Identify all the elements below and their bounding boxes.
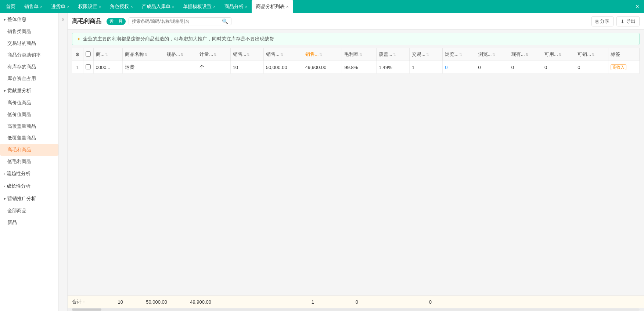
sidebar-collapse-button[interactable]: «: [59, 13, 68, 311]
close-template-settings[interactable]: ×: [213, 4, 215, 9]
col-checkbox: [83, 48, 93, 61]
nav-sales-order[interactable]: 销售单 ×: [20, 0, 47, 13]
nav-home[interactable]: 首页: [1, 0, 20, 13]
cell-available: 0: [542, 61, 575, 74]
collapse-icon: «: [62, 16, 65, 22]
nav-product-inbound[interactable]: 产成品入库单 ×: [137, 0, 179, 13]
sidebar-item-capital-usage[interactable]: 库存资金占用: [0, 73, 58, 84]
share-icon: ⎘: [596, 19, 598, 24]
col-settings[interactable]: ⚙: [72, 48, 83, 61]
col-coverage[interactable]: 覆盖...⇅: [376, 48, 409, 61]
col-spec[interactable]: 规格...⇅: [164, 48, 197, 61]
nav-permission-settings[interactable]: 权限设置 ×: [74, 0, 105, 13]
select-all-checkbox[interactable]: [86, 51, 91, 57]
browse1-link[interactable]: 0: [445, 65, 447, 70]
sidebar-item-new-goods[interactable]: 新品: [0, 217, 58, 228]
col-current[interactable]: 现有...⇅: [509, 48, 542, 61]
top-nav: 首页 销售单 × 进货单 × 权限设置 × 角色授权 × 产成品入库单 × 单据…: [0, 0, 644, 13]
close-product-inbound[interactable]: ×: [172, 4, 174, 9]
sidebar-group-marketing[interactable]: ▾ 营销推广分析: [0, 192, 58, 205]
sidebar-group-growth[interactable]: › 成长性分析: [0, 180, 58, 192]
footer-label: 合计：: [72, 299, 86, 305]
sidebar-item-category-rate[interactable]: 商品分类助销率: [0, 49, 58, 61]
cell-name: 运费: [123, 61, 164, 74]
col-sales1[interactable]: 销售...⇅: [230, 48, 263, 61]
sidebar-item-all-goods[interactable]: 全部商品: [0, 205, 58, 217]
cell-trade: 1: [410, 61, 443, 74]
sidebar-item-low-value[interactable]: 低价值商品: [0, 109, 58, 120]
close-product-analysis[interactable]: ×: [245, 4, 247, 9]
share-button[interactable]: ⎘ 分享: [591, 16, 614, 26]
sidebar-group-contribution[interactable]: ▾ 贡献量分析: [0, 84, 58, 97]
footer-trade: 1: [285, 299, 314, 305]
cell-spec: [164, 61, 197, 74]
col-margin[interactable]: 毛利率⇅: [342, 48, 376, 61]
table-header-row: ⚙ 商...⇅ 商品名称⇅ 规格...⇅ 计量...⇅ 销售...⇅ 销售...…: [72, 48, 640, 61]
col-sales3[interactable]: 销售...⇅: [303, 48, 342, 61]
col-tag: 标签: [608, 48, 640, 61]
nav-role-auth[interactable]: 角色授权 ×: [105, 0, 137, 13]
footer-sales1: 10: [101, 299, 123, 305]
col-browse1[interactable]: 浏览...⇅: [443, 48, 476, 61]
nav-product-analysis-list[interactable]: 商品分析列表 ×: [252, 0, 293, 13]
sidebar-group-overall[interactable]: ▾ 整体信息: [0, 13, 58, 26]
sidebar-item-in-stock[interactable]: 有库存的商品: [0, 61, 58, 73]
sidebar-item-high-value[interactable]: 高价值商品: [0, 97, 58, 109]
cell-index: 1: [72, 61, 83, 74]
scrollbar-thumb[interactable]: [72, 308, 101, 311]
cell-unit: 个: [197, 61, 230, 74]
search-input[interactable]: [132, 19, 222, 24]
sidebar-item-sales-goods[interactable]: 销售类商品: [0, 26, 58, 37]
cell-current: 0: [509, 61, 542, 74]
col-name[interactable]: 商品名称⇅: [123, 48, 164, 61]
scrollbar-track[interactable]: [72, 308, 640, 311]
search-box: 🔍: [129, 17, 231, 25]
arrow-overall: ▾: [4, 17, 6, 22]
close-permission-settings[interactable]: ×: [99, 4, 101, 9]
close-product-analysis-list[interactable]: ×: [286, 4, 288, 9]
close-purchase-order[interactable]: ×: [67, 4, 69, 9]
horizontal-scrollbar[interactable]: [68, 308, 644, 311]
sidebar-group-trend[interactable]: › 流趋性分析: [0, 167, 58, 180]
col-code[interactable]: 商...⇅: [93, 48, 123, 61]
main-container: ▾ 整体信息 销售类商品 交易过的商品 商品分类助销率 有库存的商品 库存资金占…: [0, 13, 644, 311]
nav-product-analysis[interactable]: 商品分析 ×: [220, 0, 252, 13]
sidebar-item-high-coverage[interactable]: 高覆盖量商品: [0, 120, 58, 132]
cell-sales3: 49,900.00: [303, 61, 342, 74]
cell-coverage: 1.49%: [376, 61, 409, 74]
col-available[interactable]: 可用...⇅: [542, 48, 575, 61]
sidebar: ▾ 整体信息 销售类商品 交易过的商品 商品分类助销率 有库存的商品 库存资金占…: [0, 13, 59, 311]
row-checkbox[interactable]: [86, 64, 91, 69]
table-container: ⚙ 商...⇅ 商品名称⇅ 规格...⇅ 计量...⇅ 销售...⇅ 销售...…: [68, 48, 644, 295]
col-sales2[interactable]: 销售...⇅: [263, 48, 303, 61]
sidebar-item-high-margin[interactable]: 高毛利商品: [0, 144, 58, 156]
arrow-contribution: ▾: [4, 88, 6, 93]
col-unit[interactable]: 计量...⇅: [197, 48, 230, 61]
time-filter-badge[interactable]: 近一月: [107, 18, 126, 25]
cell-code: 0000...: [93, 61, 123, 74]
sidebar-item-low-coverage[interactable]: 低覆盖量商品: [0, 132, 58, 144]
arrow-growth: ›: [4, 184, 5, 188]
col-sellable[interactable]: 可销...⇅: [575, 48, 608, 61]
close-sales-order[interactable]: ×: [40, 4, 42, 9]
export-icon: ⬇: [620, 19, 625, 24]
nav-purchase-order[interactable]: 进货单 ×: [47, 0, 73, 13]
data-table: ⚙ 商...⇅ 商品名称⇅ 规格...⇅ 计量...⇅ 销售...⇅ 销售...…: [72, 48, 640, 74]
table-row: 1 0000... 运费 个 10 50,000.00 49,900.00 99…: [72, 61, 640, 74]
info-icon: ✦: [77, 36, 81, 42]
sidebar-item-low-margin[interactable]: 低毛利商品: [0, 156, 58, 167]
page-title: 高毛利商品: [72, 18, 101, 25]
close-role-auth[interactable]: ×: [130, 4, 133, 9]
content-header: 高毛利商品 近一月 🔍 ⎘ 分享 ⬇ 导出: [68, 13, 644, 30]
export-button[interactable]: ⬇ 导出: [616, 16, 640, 26]
search-icon[interactable]: 🔍: [222, 18, 228, 24]
table-footer: 合计： 10 50,000.00 49,900.00 1 0 0: [68, 295, 644, 308]
cell-browse1[interactable]: 0: [443, 61, 476, 74]
close-window-button[interactable]: ×: [632, 1, 643, 12]
col-trade[interactable]: 交易...⇅: [410, 48, 443, 61]
cell-checkbox[interactable]: [83, 61, 93, 74]
sidebar-item-traded-goods[interactable]: 交易过的商品: [0, 37, 58, 49]
nav-template-settings[interactable]: 单据模板设置 ×: [179, 0, 220, 13]
col-browse2[interactable]: 浏览...⇅: [476, 48, 509, 61]
footer-current: 0: [402, 299, 432, 305]
